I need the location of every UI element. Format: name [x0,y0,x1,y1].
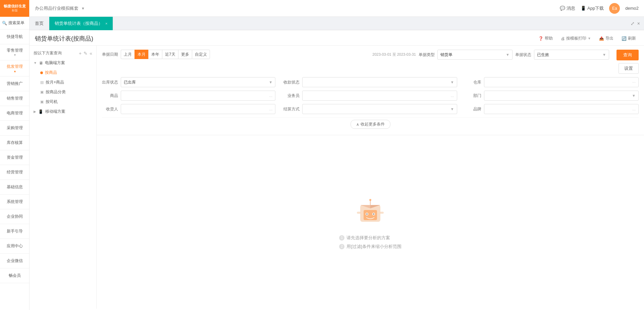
tree-item-by-category[interactable]: ▣ 按商品分类 [35,87,96,97]
receipt-status-arrow: ▼ [450,80,454,84]
goods-control[interactable]: ... [121,91,275,101]
template-print-btn[interactable]: 🖨 按模板打印 ▼ [558,34,594,43]
period-custom[interactable]: 自定义 [192,50,210,59]
sidebar-item-inventory[interactable]: 库存核算 [0,136,29,150]
page-title-bar: 销货单统计表(按商品) ❓ 帮助 🖨 按模板打印 ▼ 📤 导出 🔄 刷新 [30,30,644,46]
collapse-row: ∧ 收起更多条件 [102,117,639,131]
query-btn[interactable]: 查询 [616,50,639,60]
sidebar-item-newbie[interactable]: 新手引导 [0,224,29,239]
tree-item-by-driver-label: 按司机 [46,99,58,105]
edit-scheme-btn[interactable]: ✎ [84,51,88,56]
tree-item-by-month-goods-label: 按月+商品 [46,80,64,85]
operations-label: 经营管理 [7,169,23,175]
date-label: 单据日期 [102,52,121,57]
sidebar-item-member[interactable]: 畅会员 [0,268,29,283]
tab-close-icon[interactable]: × [105,21,107,25]
app-download-label: App下载 [587,5,604,11]
settlement-control[interactable]: ▼ [302,104,457,114]
user-avatar[interactable]: Ea [609,3,620,14]
sidebar-item-enterprise[interactable]: 企业协同 [0,209,29,224]
period-this-month[interactable]: 本月 [135,50,148,59]
settlement-arrow: ▼ [450,107,454,111]
doc-status-control[interactable]: 已生效 ▼ [534,50,609,60]
goods-dots: ... [269,93,272,98]
warehouse-control[interactable]: ··· [484,77,639,87]
tip-item-2: 2 用[过滤]条件来缩小分析范围 [339,242,401,251]
warehouse-field: 仓库 ··· [465,77,639,87]
sidebar-item-retail[interactable]: 零售管理 ▼ [0,44,29,60]
help-btn[interactable]: ❓ 帮助 [536,34,555,43]
sidebar-item-basics[interactable]: 基础信息 [0,180,29,195]
period-last-month[interactable]: 上月 [121,50,135,59]
sidebar-item-wholesale[interactable]: 批发管理 ▲ [0,60,29,76]
refresh-btn[interactable]: 🔄 刷新 [619,34,639,43]
tree-item-by-goods[interactable]: 按商品 [35,68,96,78]
download-icon: 📱 [581,6,586,11]
dept-field: 部门 ▼ [465,91,639,101]
sidebar-item-marketing[interactable]: 营销推广 [0,76,29,91]
desktop-icon: 🖥 [39,61,43,65]
date-range-display: 2023-03-01 至 2023-03-31 [372,52,416,57]
period-this-year[interactable]: 本年 [148,50,162,59]
goods-field: 商品 ... [102,91,275,101]
sidebar-item-purchase[interactable]: 采购管理 [0,121,29,136]
tip-text-2: 用[过滤]条件来缩小分析范围 [346,242,401,251]
period-last-7-days[interactable]: 近7天 [162,50,178,59]
user-name: demo2 [625,6,639,11]
top-header: 办公用品行业模拟账套 ▼ 💬 消息 📱 App下载 Ea demo2 [30,0,644,17]
tab-closewindow-icon[interactable]: × [637,21,640,26]
sidebar-item-wechat[interactable]: 企业微信 [0,254,29,268]
salesman-label: 业务员 [283,93,302,99]
app-download-btn[interactable]: 📱 App下载 [581,5,604,11]
collapse-panel-btn[interactable]: « [90,51,92,56]
retail-label: 零售管理 [7,48,23,53]
tree-item-by-month-goods[interactable]: ▤ 按月+商品 [35,78,96,87]
left-panel-actions: + ✎ « [79,51,92,56]
sidebar-item-appstore[interactable]: 应用中心 [0,239,29,254]
receipt-status-control[interactable]: ▼ [302,77,457,87]
refresh-label: 刷新 [628,36,636,41]
doc-type-label: 单据类型 [419,52,437,58]
ecommerce-label: 电商管理 [7,110,23,116]
inventory-label: 库存核算 [7,140,23,146]
sidebar-search[interactable]: 🔍 搜索菜单 [0,17,29,30]
settings-btn[interactable]: 设置 [619,63,639,74]
salesman-control[interactable]: ... [302,91,457,101]
tab-home[interactable]: 首页 [30,17,49,30]
appstore-label: 应用中心 [7,243,23,249]
out-status-control[interactable]: 已出库 ▼ [121,77,275,87]
tab-active[interactable]: 销货单统计表（按商品） × [49,17,113,30]
tree-item-by-driver[interactable]: ▣ 按司机 [35,97,96,107]
sidebar-item-sales[interactable]: 销售管理 [0,91,29,106]
wechat-label: 企业微信 [7,258,23,264]
settlement-label: 结算方式 [283,106,302,112]
messages-btn[interactable]: 💬 消息 [560,5,575,11]
dept-control[interactable]: ▼ [484,91,639,101]
doc-type-control[interactable]: 销货单 ▼ [437,50,513,60]
export-btn[interactable]: 📤 导出 [596,34,616,43]
tip-item-1: 1 请先选择要分析的方案 [339,234,401,242]
empty-icon [354,193,387,227]
sidebar-item-system[interactable]: 系统管理 [0,195,29,209]
collapse-btn[interactable]: ∧ 收起更多条件 [351,120,390,129]
tree-parent-desktop[interactable]: ▼ 🖥 电脑端方案 [30,58,96,68]
period-more[interactable]: 更多 [178,50,192,59]
brand-control[interactable]: ... [484,104,639,114]
print-dropdown-arrow[interactable]: ▼ [588,37,591,40]
tree-parent-mobile[interactable]: ▶ 📱 移动端方案 [30,107,96,116]
dept-arrow: ▼ [632,94,636,98]
sidebar-item-quick-nav[interactable]: 快捷导航 [0,30,29,44]
industry-dropdown-arrow[interactable]: ▼ [81,6,85,10]
sidebar-item-ecommerce[interactable]: 电商管理 [0,106,29,121]
sidebar-item-finance[interactable]: 资金管理 [0,150,29,165]
mobile-icon: 📱 [38,109,43,114]
add-scheme-btn[interactable]: + [79,51,82,56]
header-right: 💬 消息 📱 App下载 Ea demo2 [560,3,639,14]
sidebar-item-operations[interactable]: 经营管理 [0,165,29,180]
help-label: 帮助 [545,36,553,41]
export-label: 导出 [605,36,613,41]
tab-home-label: 首页 [35,20,44,27]
tab-maximize-icon[interactable]: ⤢ [631,21,635,26]
date-period-selector: 上月 本月 本年 近7天 [121,50,368,59]
consignee-control[interactable]: ... [121,104,275,114]
